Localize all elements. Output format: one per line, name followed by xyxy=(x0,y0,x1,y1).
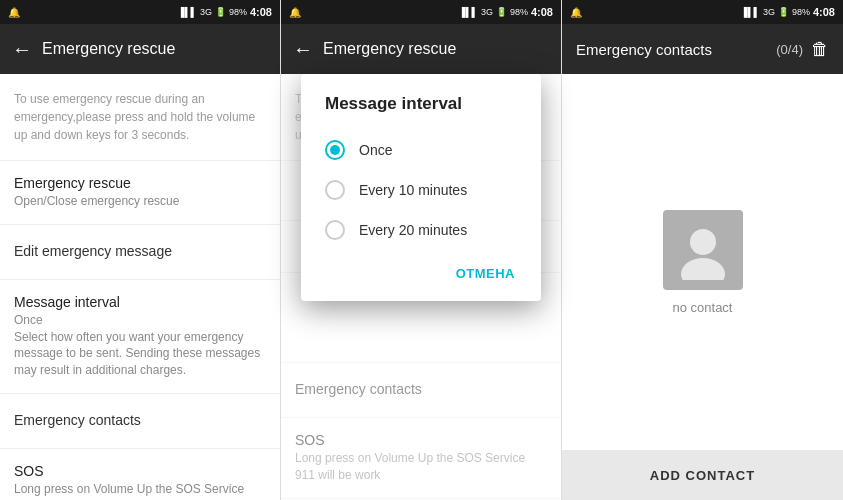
dialog-title: Message interval xyxy=(301,94,541,130)
page-title-left: Emergency rescue xyxy=(42,40,175,58)
signal-icon-mid: ▐▌▌ xyxy=(459,7,478,17)
sos-subtitle-mid: Long press on Volume Up the SOS Service … xyxy=(295,450,547,484)
battery-icon: 🔋 xyxy=(215,7,226,17)
status-right-icons-right: ▐▌▌ 3G 🔋 98% 4:08 xyxy=(741,6,835,18)
sos-subtitle: Long press on Volume Up the SOS Service … xyxy=(14,481,266,500)
emergency-contacts-title: Emergency contacts xyxy=(14,412,266,428)
option-10min-label: Every 10 minutes xyxy=(359,182,467,198)
option-20min-label: Every 20 minutes xyxy=(359,222,467,238)
top-bar-middle: ← Emergency rescue xyxy=(281,24,561,74)
option-once-label: Once xyxy=(359,142,392,158)
time-label-mid: 4:08 xyxy=(531,6,553,18)
emergency-rescue-subtitle: Open/Close emergency rescue xyxy=(14,193,266,210)
back-button[interactable]: ← xyxy=(12,38,32,61)
page-title-mid: Emergency rescue xyxy=(323,40,456,58)
status-right-icons: ▐▌▌ 3G 🔋 98% 4:08 xyxy=(178,6,272,18)
sos-item[interactable]: SOS Long press on Volume Up the SOS Serv… xyxy=(0,449,280,500)
trash-icon[interactable]: 🗑 xyxy=(811,39,829,60)
notification-icon: 🔔 xyxy=(8,7,20,18)
battery-icon-right: 🔋 xyxy=(778,7,789,17)
left-panel: 🔔 ▐▌▌ 3G 🔋 98% 4:08 ← Emergency rescue T… xyxy=(0,0,281,500)
battery-label-mid: 98% xyxy=(510,7,528,17)
svg-point-0 xyxy=(690,229,716,255)
option-20min[interactable]: Every 20 minutes xyxy=(301,210,541,250)
emergency-rescue-title: Emergency rescue xyxy=(14,175,266,191)
sos-title-mid: SOS xyxy=(295,432,547,448)
right-panel-title: Emergency contacts xyxy=(576,41,712,58)
info-text-left: To use emergency rescue during an emerge… xyxy=(0,74,280,161)
radio-once xyxy=(325,140,345,160)
network-label: 3G xyxy=(200,7,212,17)
no-contact-label: no contact xyxy=(673,300,733,315)
status-bar-middle: 🔔 ▐▌▌ 3G 🔋 98% 4:08 xyxy=(281,0,561,24)
sos-item-mid[interactable]: SOS Long press on Volume Up the SOS Serv… xyxy=(281,418,561,499)
status-right-icons-mid: ▐▌▌ 3G 🔋 98% 4:08 xyxy=(459,6,553,18)
radio-10min xyxy=(325,180,345,200)
radio-20min xyxy=(325,220,345,240)
message-interval-subtitle: Once Select how often you want your emer… xyxy=(14,312,266,379)
radio-inner-once xyxy=(330,145,340,155)
right-panel: 🔔 ▐▌▌ 3G 🔋 98% 4:08 Emergency contacts (… xyxy=(562,0,843,500)
back-button-mid[interactable]: ← xyxy=(293,38,313,61)
contact-count: (0/4) xyxy=(776,42,803,57)
emergency-rescue-item[interactable]: Emergency rescue Open/Close emergency re… xyxy=(0,161,280,225)
notification-icon-right: 🔔 xyxy=(570,7,582,18)
status-bar-right: 🔔 ▐▌▌ 3G 🔋 98% 4:08 xyxy=(562,0,843,24)
status-left-icons-right: 🔔 xyxy=(570,7,582,18)
network-label-right: 3G xyxy=(763,7,775,17)
time-label: 4:08 xyxy=(250,6,272,18)
option-10min[interactable]: Every 10 minutes xyxy=(301,170,541,210)
avatar-svg xyxy=(673,220,733,280)
top-bar-right: Emergency contacts (0/4) 🗑 xyxy=(562,24,843,74)
notification-icon-mid: 🔔 xyxy=(289,7,301,18)
add-contact-label: ADD CONTACT xyxy=(650,468,755,483)
network-label-mid: 3G xyxy=(481,7,493,17)
cancel-button[interactable]: OTMEHA xyxy=(446,260,525,287)
sos-title: SOS xyxy=(14,463,266,479)
top-bar-left: ← Emergency rescue xyxy=(0,24,280,74)
middle-panel: 🔔 ▐▌▌ 3G 🔋 98% 4:08 ← Emergency rescue T… xyxy=(281,0,562,500)
right-header-actions: (0/4) 🗑 xyxy=(776,39,829,60)
avatar xyxy=(663,210,743,290)
svg-point-1 xyxy=(681,258,725,280)
left-content: To use emergency rescue during an emerge… xyxy=(0,74,280,500)
battery-label: 98% xyxy=(229,7,247,17)
option-once[interactable]: Once xyxy=(301,130,541,170)
emergency-contacts-item-mid[interactable]: Emergency contacts xyxy=(281,363,561,418)
signal-icon-right: ▐▌▌ xyxy=(741,7,760,17)
status-left-icons: 🔔 xyxy=(8,7,20,18)
message-interval-item[interactable]: Message interval Once Select how often y… xyxy=(0,280,280,394)
status-left-icons-mid: 🔔 xyxy=(289,7,301,18)
signal-icon: ▐▌▌ xyxy=(178,7,197,17)
edit-message-title: Edit emergency message xyxy=(14,243,266,259)
status-bar-left: 🔔 ▐▌▌ 3G 🔋 98% 4:08 xyxy=(0,0,280,24)
time-label-right: 4:08 xyxy=(813,6,835,18)
edit-message-item[interactable]: Edit emergency message xyxy=(0,225,280,280)
add-contact-button[interactable]: ADD CONTACT xyxy=(562,450,843,500)
message-interval-title: Message interval xyxy=(14,294,266,310)
emergency-contacts-title-mid: Emergency contacts xyxy=(295,381,547,397)
message-interval-dialog: Message interval Once Every 10 minutes E… xyxy=(301,74,541,301)
right-content: no contact xyxy=(562,74,843,450)
emergency-contacts-item[interactable]: Emergency contacts xyxy=(0,394,280,449)
dialog-actions: OTMEHA xyxy=(301,250,541,301)
battery-label-right: 98% xyxy=(792,7,810,17)
battery-icon-mid: 🔋 xyxy=(496,7,507,17)
